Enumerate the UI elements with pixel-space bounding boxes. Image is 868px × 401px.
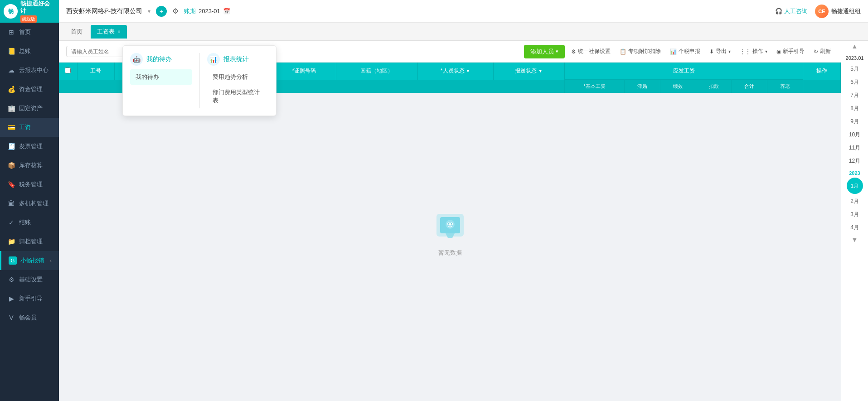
sidebar-item-tax[interactable]: 🔖 税务管理: [0, 175, 59, 194]
tab-close-icon[interactable]: ×: [117, 29, 121, 35]
filter-report-icon: ▼: [538, 68, 543, 73]
org-icon: 🏛: [7, 199, 15, 208]
cal-month-2[interactable]: 2月: [843, 195, 867, 208]
search-input[interactable]: [71, 48, 126, 55]
cal-month-8[interactable]: 8月: [843, 102, 867, 115]
cal-month-12[interactable]: 12月: [843, 155, 867, 168]
calendar-up-nav[interactable]: ▲: [849, 41, 860, 52]
dropdown-section2-label: 报表统计: [223, 55, 249, 63]
cal-month-5[interactable]: 5月: [843, 63, 867, 76]
social-insurance-button[interactable]: ⚙ 统一社保设置: [568, 46, 613, 57]
th-ops-empty: [803, 80, 841, 93]
dropdown-col-2: 📊 报表统计 费用趋势分析 部门费用类型统计表: [207, 53, 269, 108]
settlement-icon: ✓: [7, 218, 15, 227]
period-label: 账期: [184, 7, 196, 15]
todo-icon: 🤖: [130, 53, 143, 66]
sidebar-item-label: 基础设置: [19, 275, 43, 284]
sidebar-item-label: 新手引导: [19, 295, 43, 303]
assets-icon: 🏢: [7, 104, 15, 112]
cal-month-1-active[interactable]: 1月: [847, 178, 863, 194]
cal-month-11[interactable]: 11月: [843, 141, 867, 155]
sidebar-item-salary[interactable]: 💳 工资: [0, 118, 59, 137]
dropdown-section1-label: 我的待办: [146, 55, 172, 63]
sidebar-item-fixed-assets[interactable]: 🏢 固定资产: [0, 99, 59, 118]
cal-month-3[interactable]: 3月: [843, 208, 867, 221]
guide-icon: ▶: [7, 295, 15, 303]
cal-month-4[interactable]: 4月: [843, 221, 867, 234]
select-all-checkbox[interactable]: [65, 68, 71, 73]
sidebar-item-general-ledger[interactable]: 📒 总账: [0, 42, 59, 61]
dropdown-my-todo[interactable]: 我的待办: [130, 69, 192, 85]
headset-icon: 🎧: [775, 8, 782, 14]
personal-tax-button[interactable]: 📊 个税申报: [667, 46, 703, 57]
export-button[interactable]: ⬇ 导出 ▾: [707, 46, 733, 57]
sidebar-item-new-guide[interactable]: ▶ 新手引导: [0, 289, 59, 308]
sidebar-nav: ⊞ 首页 📒 总账 ☁ 云报表中心 💰 资金管理 🏢 固定资产 💳 工资 🧾 发…: [0, 23, 59, 401]
dropdown-divider: [199, 53, 200, 108]
special-deduction-button[interactable]: 📋 专项附加扣除: [617, 46, 664, 57]
period-value: 2023-01: [199, 8, 220, 14]
cal-year-2023: 2023: [847, 168, 862, 177]
logo-abbr: 畅: [8, 8, 14, 15]
th-checkbox[interactable]: [59, 63, 77, 80]
logo-icon: 畅: [4, 4, 18, 19]
sidebar-item-invoice[interactable]: 🧾 发票管理: [0, 137, 59, 156]
sidebar-item-home[interactable]: ⊞ 首页: [0, 23, 59, 42]
tax-icon: 🔖: [7, 180, 15, 188]
sidebar-item-multi-org[interactable]: 🏛 多机构管理: [0, 194, 59, 213]
no-data-text: 暂无数据: [438, 249, 462, 257]
cal-month-6[interactable]: 6月: [843, 76, 867, 89]
avatar: CE: [815, 5, 829, 18]
th-nationality: 国籍（地区）: [336, 63, 417, 80]
dropdown-expense-trend[interactable]: 费用趋势分析: [207, 69, 269, 85]
dropdown-arrow-icon: ▾: [556, 48, 558, 54]
fund-icon: 💰: [7, 85, 15, 93]
sidebar-item-basic-settings[interactable]: ⚙ 基础设置: [0, 270, 59, 289]
sidebar-item-membership[interactable]: V 畅会员: [0, 308, 59, 327]
user-name: 畅捷通组组: [831, 7, 861, 15]
th-id-number: *证照号码: [272, 63, 336, 80]
settings-button[interactable]: ⚙: [172, 7, 179, 15]
tab-salary-sheet[interactable]: 工资表 ×: [91, 25, 127, 39]
calendar-panel: ▲ 2023.01 5月 6月 7月 8月 9月 10月 11月 12月 202…: [841, 41, 868, 401]
cal-month-7[interactable]: 7月: [843, 89, 867, 102]
sidebar-item-cloud-reports[interactable]: ☁ 云报表中心: [0, 61, 59, 80]
cal-month-10[interactable]: 10月: [843, 128, 867, 141]
deduction-icon: 📋: [620, 48, 626, 55]
sidebar-item-fund-management[interactable]: 💰 资金管理: [0, 80, 59, 99]
add-person-button[interactable]: 添加人员 ▾: [524, 45, 565, 58]
sidebar-item-settlement[interactable]: ✓ 结账: [0, 213, 59, 232]
sidebar-item-expense[interactable]: G 小畅报销 ‹: [0, 251, 59, 270]
dropdown-dept-expense[interactable]: 部门费用类型统计表: [207, 85, 269, 108]
company-name: 西安虾米网络科技有限公司: [66, 7, 142, 15]
company-dropdown-arrow[interactable]: ▾: [148, 8, 150, 14]
calendar-down-nav[interactable]: ▼: [849, 234, 860, 245]
svg-point-5: [448, 223, 449, 224]
th-bonus: 绩效: [660, 80, 696, 93]
user-menu[interactable]: CE 畅捷通组组: [815, 5, 861, 18]
sidebar-item-archive[interactable]: 📁 归档管理: [0, 232, 59, 251]
membership-icon: V: [7, 314, 15, 322]
th-report-status[interactable]: 报送状态 ▼: [493, 63, 564, 80]
th-pension: 养老: [767, 80, 803, 93]
invoice-icon: 🧾: [7, 142, 15, 150]
refresh-icon: ↻: [814, 48, 818, 55]
avatar-initials: CE: [818, 9, 825, 14]
service-button[interactable]: 🎧 人工咨询: [775, 7, 808, 15]
settings-icon: ⚙: [7, 275, 15, 284]
new-guide-button[interactable]: ◉ 新手引导: [774, 46, 807, 57]
add-company-button[interactable]: +: [156, 6, 167, 17]
tab-home[interactable]: 首页: [64, 25, 89, 39]
sidebar-item-inventory[interactable]: 📦 库存核算: [0, 156, 59, 175]
svg-marker-7: [446, 233, 455, 238]
inventory-icon: 📦: [7, 161, 15, 169]
refresh-button[interactable]: ↻ 刷新: [811, 46, 834, 57]
calendar-icon[interactable]: 📅: [223, 8, 230, 14]
sidebar-item-label: 归档管理: [19, 237, 43, 246]
social-insurance-icon: ⚙: [571, 48, 576, 55]
period-display: 账期 2023-01 📅: [184, 7, 230, 15]
operations-button[interactable]: ⋮⋮ 操作 ▾: [737, 46, 770, 57]
dropdown-col-1: 🤖 我的待办 我的待办: [130, 53, 192, 108]
cal-month-9[interactable]: 9月: [843, 115, 867, 128]
th-person-status[interactable]: *人员状态 ▼: [417, 63, 493, 80]
